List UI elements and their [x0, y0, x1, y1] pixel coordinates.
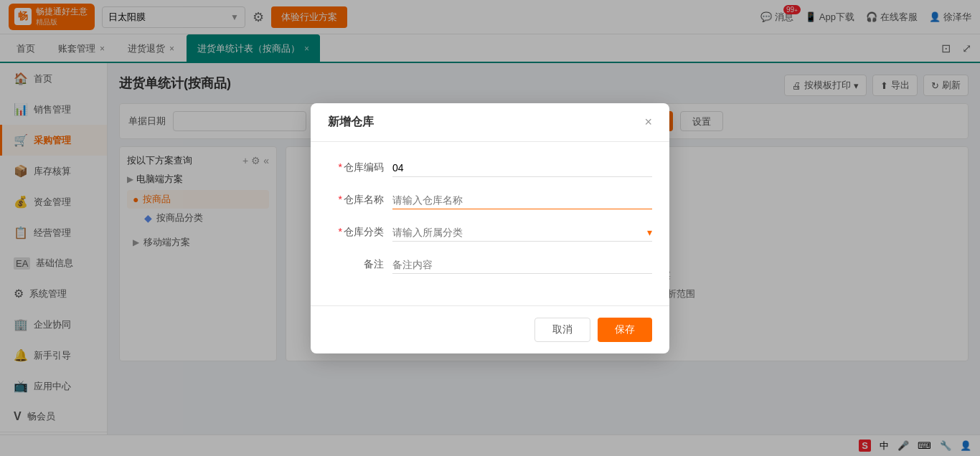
name-input[interactable] — [392, 191, 652, 209]
remark-input[interactable] — [392, 256, 652, 274]
modal-overlay[interactable]: 新增仓库 × *仓库编码 *仓库名称 *仓库分类 — [0, 0, 980, 456]
dialog-title: 新增仓库 — [328, 115, 374, 130]
code-input[interactable] — [392, 159, 652, 177]
name-label: *仓库名称 — [328, 194, 392, 206]
dialog-header: 新增仓库 × — [311, 103, 669, 142]
dialog-close-button[interactable]: × — [644, 115, 652, 130]
form-row-category: *仓库分类 ▾ — [328, 224, 652, 242]
category-label: *仓库分类 — [328, 226, 392, 239]
category-dropdown-arrow[interactable]: ▾ — [647, 227, 652, 238]
form-row-name: *仓库名称 — [328, 191, 652, 209]
code-label: *仓库编码 — [328, 161, 392, 174]
new-warehouse-dialog: 新增仓库 × *仓库编码 *仓库名称 *仓库分类 — [311, 103, 669, 353]
category-select-row: ▾ — [392, 224, 652, 242]
form-row-code: *仓库编码 — [328, 159, 652, 177]
dialog-body: *仓库编码 *仓库名称 *仓库分类 ▾ — [311, 142, 669, 305]
category-input[interactable] — [392, 227, 647, 238]
form-row-remark: 备注 — [328, 256, 652, 274]
dialog-footer: 取消 保存 — [311, 305, 669, 353]
save-button[interactable]: 保存 — [598, 318, 652, 342]
remark-label: 备注 — [328, 258, 392, 271]
cancel-button[interactable]: 取消 — [534, 318, 590, 342]
